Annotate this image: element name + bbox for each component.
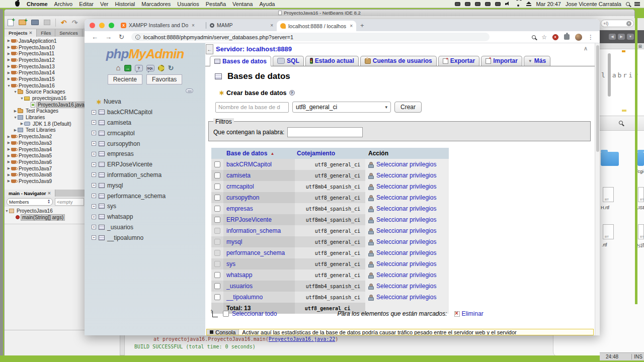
tree-item[interactable]: ▶ProyectoJava13 bbox=[5, 63, 86, 70]
displays-icon[interactable] bbox=[485, 2, 491, 6]
check-privileges-link[interactable]: Seleccionar privilegios bbox=[376, 205, 436, 212]
back-arrow-icon[interactable]: ◀ bbox=[609, 34, 616, 40]
phpmyadmin-logo[interactable]: phpMyAdmin bbox=[85, 46, 205, 62]
address-bar[interactable]: i localhost:8888/phpmyadmin/server_datab… bbox=[131, 33, 490, 41]
tree-item[interactable]: ▶ProyectoJava4 bbox=[5, 146, 86, 153]
menu-archivo[interactable]: Archivo bbox=[54, 1, 73, 7]
tree-item[interactable]: ▶ProyectoJava9 bbox=[5, 178, 86, 185]
zoom-window-button[interactable] bbox=[109, 23, 114, 28]
expander-icon[interactable]: ▶ bbox=[7, 135, 11, 139]
sort-by-collation[interactable]: Cotejamiento bbox=[297, 150, 335, 157]
menu-ayuda[interactable]: Ayuda bbox=[259, 1, 275, 7]
rtf-file-icon[interactable] bbox=[603, 224, 614, 239]
refresh-icon[interactable] bbox=[168, 63, 174, 72]
tree-item[interactable]: ▶ProyectoJava14 bbox=[5, 69, 86, 76]
netbeans-projects-tree[interactable]: ▶JavaApplication1▶ProyectoJava10▶Proyect… bbox=[5, 37, 86, 190]
database-link[interactable]: empresas bbox=[226, 205, 253, 212]
database-link[interactable]: _usuarios bbox=[226, 283, 253, 290]
row-checkbox[interactable] bbox=[214, 195, 220, 201]
check-privileges-link[interactable]: Seleccionar privilegios bbox=[376, 227, 436, 234]
tab-exportar[interactable]: Exportar bbox=[438, 56, 479, 66]
row-checkbox[interactable] bbox=[214, 184, 220, 190]
forward-arrow-icon[interactable]: ▶ bbox=[618, 34, 625, 40]
tree-item[interactable]: ▶ProyectoJava12 bbox=[5, 57, 86, 63]
expander-icon[interactable]: ▶ bbox=[7, 52, 11, 56]
rtf-file-icon[interactable] bbox=[638, 187, 644, 202]
nav-item-database[interactable]: +mysql bbox=[92, 180, 205, 191]
back-icon[interactable]: ← bbox=[92, 33, 98, 41]
info-icon[interactable]: i bbox=[135, 35, 140, 40]
menu-usuarios[interactable]: Usuarios bbox=[177, 1, 199, 7]
navigator-members-select[interactable]: Members ▲▼ bbox=[7, 198, 53, 206]
row-checkbox[interactable] bbox=[214, 161, 220, 167]
adblock-extension-icon[interactable] bbox=[552, 34, 558, 40]
expand-icon[interactable]: + bbox=[92, 194, 96, 198]
volume-icon[interactable] bbox=[505, 2, 511, 6]
tree-item[interactable]: ▶ProyectoJava7 bbox=[5, 165, 86, 172]
tree-item[interactable]: ▶JavaApplication1 bbox=[5, 38, 86, 44]
expander-icon[interactable]: ▼ bbox=[20, 97, 24, 100]
expander-icon[interactable]: ▼ bbox=[7, 84, 11, 87]
close-window-button[interactable] bbox=[90, 23, 95, 28]
expander-icon[interactable]: ▶ bbox=[7, 71, 11, 75]
check-privileges-link[interactable]: Seleccionar privilegios bbox=[376, 272, 436, 279]
display-icon[interactable] bbox=[465, 2, 470, 6]
airplay-icon[interactable] bbox=[495, 2, 501, 6]
create-button[interactable]: Crear bbox=[394, 102, 422, 113]
nav-item-database[interactable]: +backCRMCapitol bbox=[92, 107, 205, 118]
expander-icon[interactable]: ▶ bbox=[7, 77, 11, 81]
expand-icon[interactable]: + bbox=[92, 162, 96, 167]
browser-tab[interactable]: XXAMPP Installers and Downloa× bbox=[117, 19, 206, 31]
tree-item[interactable]: ▶ProyectoJava2 bbox=[5, 133, 86, 140]
expander-icon[interactable]: ▶ bbox=[7, 160, 11, 164]
tree-item[interactable]: ▶ProyectoJava11 bbox=[5, 50, 86, 57]
tree-item[interactable]: ▶Test Libraries bbox=[5, 127, 86, 134]
database-link[interactable]: information_schema bbox=[226, 227, 281, 234]
browser-tab[interactable]: localhost:8888 / localhost | ph× bbox=[277, 21, 356, 31]
expander-icon[interactable]: ▼ bbox=[13, 90, 18, 94]
sort-by-database[interactable]: Base de datos bbox=[226, 150, 267, 157]
row-checkbox[interactable] bbox=[214, 283, 220, 289]
nav-panel-toggle[interactable]: ← bbox=[206, 44, 213, 54]
scrollbar-thumb[interactable] bbox=[608, 53, 611, 97]
settings-icon[interactable] bbox=[158, 65, 165, 71]
select-all-checkbox[interactable] bbox=[223, 311, 229, 317]
reload-icon[interactable]: ↻ bbox=[119, 33, 124, 41]
folder-icon[interactable] bbox=[637, 152, 644, 166]
menubar-clock[interactable]: Mar 20:47 bbox=[536, 1, 561, 7]
check-privileges-link[interactable]: Seleccionar privilegios bbox=[376, 172, 436, 179]
tree-item[interactable]: ▶ProyectoJava8 bbox=[5, 171, 86, 178]
tree-item[interactable]: ProyectoJava16.java bbox=[5, 102, 86, 108]
sql-window-icon[interactable]: SQL bbox=[146, 65, 154, 71]
apple-menu-icon[interactable] bbox=[15, 1, 20, 7]
profile-avatar[interactable] bbox=[575, 34, 582, 41]
row-checkbox[interactable] bbox=[214, 217, 220, 223]
new-db-name-input[interactable] bbox=[215, 102, 289, 113]
forward-icon[interactable]: → bbox=[105, 33, 112, 41]
console-bar[interactable]: Consola Activar aquí las estadísticas de… bbox=[206, 329, 594, 335]
panel-tab-projects[interactable]: Projects✕ bbox=[5, 29, 37, 37]
undo-icon[interactable] bbox=[61, 18, 67, 27]
database-link[interactable]: cursopython bbox=[226, 194, 259, 201]
rtf-file-icon[interactable] bbox=[638, 224, 644, 239]
check-privileges-link[interactable]: Seleccionar privilegios bbox=[376, 183, 436, 190]
keyboard-icon[interactable] bbox=[475, 2, 480, 6]
check-privileges-link[interactable]: Seleccionar privilegios bbox=[376, 161, 436, 168]
close-tab-icon[interactable]: × bbox=[350, 23, 353, 29]
menu-marcadores[interactable]: Marcadores bbox=[141, 1, 171, 7]
wifi-icon[interactable] bbox=[515, 2, 522, 7]
tree-item[interactable]: ▶ProyectoJava10 bbox=[5, 44, 86, 51]
expander-icon[interactable]: ▶ bbox=[7, 141, 11, 145]
tree-item[interactable]: ▶JDK 1.8 (Default) bbox=[5, 121, 86, 127]
menu-ventana[interactable]: Ventana bbox=[232, 1, 253, 7]
navigator-tab[interactable]: main - Navigator ✕ bbox=[5, 190, 55, 197]
close-icon[interactable]: ✕ bbox=[47, 191, 51, 196]
save-all-icon[interactable] bbox=[44, 20, 50, 25]
database-link[interactable]: camiseta bbox=[226, 172, 251, 179]
collation-select[interactable]: utf8_general_ci ▾ bbox=[292, 102, 391, 113]
expander-icon[interactable]: ▶ bbox=[7, 147, 11, 151]
stacktrace-link[interactable]: ProyectoJava16.java:22 bbox=[269, 336, 335, 342]
panel-tab-files[interactable]: Files bbox=[37, 29, 55, 37]
scrollbar-thumb[interactable] bbox=[596, 45, 599, 152]
extensions-puzzle-icon[interactable] bbox=[564, 34, 570, 40]
